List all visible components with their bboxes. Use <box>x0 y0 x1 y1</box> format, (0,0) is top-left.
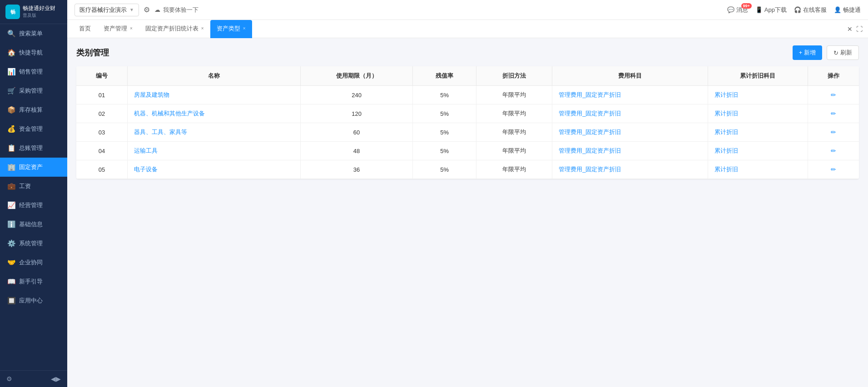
app-logo-text: 畅捷通好业财 普及版 <box>23 5 55 19</box>
page-header: 类别管理 + 新增 ↻ 刷新 <box>76 45 859 60</box>
cell-action-3[interactable]: ✏ <box>808 142 859 160</box>
cell-method-2: 年限平均 <box>476 123 552 142</box>
sidebar-item-fixed-assets[interactable]: 🏢 固定资产 <box>0 158 67 177</box>
chart-icon: 📊 <box>7 68 15 76</box>
edit-icon[interactable]: ✏ <box>831 147 836 154</box>
sidebar-item-basic-info[interactable]: ℹ️ 基础信息 <box>0 215 67 234</box>
box-icon: 📦 <box>7 106 15 114</box>
tab-asset-type[interactable]: 资产类型 × <box>210 20 252 38</box>
edit-icon[interactable]: ✏ <box>831 110 836 117</box>
sidebar-item-operations[interactable]: 📈 经营管理 <box>0 196 67 215</box>
apps-icon: 🔲 <box>7 297 15 305</box>
headset-icon: 🎧 <box>794 6 801 13</box>
cart-icon: 🛒 <box>7 87 15 95</box>
sidebar-item-inventory[interactable]: 📦 库存核算 <box>0 100 67 119</box>
cell-accum-4: 累计折旧 <box>708 160 808 179</box>
app-logo-icon: 畅 <box>5 5 20 19</box>
cell-residual-3: 5% <box>413 142 476 160</box>
user-avatar[interactable]: 👤 畅捷通 <box>834 6 861 14</box>
new-button[interactable]: + 新增 <box>793 45 822 60</box>
edit-icon[interactable]: ✏ <box>831 91 836 99</box>
tab-asset-mgmt[interactable]: 资产管理 × <box>97 20 139 38</box>
tab-depreciation-table[interactable]: 固定资产折旧统计表 × <box>139 20 210 38</box>
app-download-button[interactable]: 📱 App下载 <box>755 6 787 14</box>
experience-button[interactable]: ☁ 我要体验一下 <box>154 6 198 14</box>
sidebar-item-cooperation[interactable]: 🤝 企业协同 <box>0 253 67 272</box>
info-icon: ℹ️ <box>7 220 15 228</box>
cell-period-0: 240 <box>300 86 412 104</box>
cell-accum-1: 累计折旧 <box>708 104 808 123</box>
cell-period-3: 48 <box>300 142 412 160</box>
collapse-icon[interactable]: ◀▶ <box>51 375 61 382</box>
cell-expense-1: 管理费用_固定资产折旧 <box>552 104 708 123</box>
table-row: 03 器具、工具、家具等 60 5% 年限平均 管理费用_固定资产折旧 累计折旧… <box>76 123 859 142</box>
cell-period-2: 60 <box>300 123 412 142</box>
cell-code-4: 05 <box>76 160 127 179</box>
close-tab-asset-mgmt-icon[interactable]: × <box>130 26 133 31</box>
page-title: 类别管理 <box>76 47 109 58</box>
close-window-icon[interactable]: ✕ <box>847 25 853 33</box>
tab-home[interactable]: 首页 <box>73 20 97 38</box>
cloud-icon: ☁ <box>154 6 160 13</box>
home-icon: 🏠 <box>7 49 15 57</box>
edit-icon[interactable]: ✏ <box>831 166 836 173</box>
sidebar-item-capital[interactable]: 💰 资金管理 <box>0 119 67 139</box>
topbar-left: 医疗器械行业演示 ▼ ⚙ ☁ 我要体验一下 <box>74 4 198 16</box>
cell-expense-4: 管理费用_固定资产折旧 <box>552 160 708 179</box>
cell-residual-2: 5% <box>413 123 476 142</box>
col-header-name: 名称 <box>127 66 300 86</box>
refresh-button[interactable]: ↻ 刷新 <box>827 45 859 60</box>
cell-action-1[interactable]: ✏ <box>808 104 859 123</box>
page-content: 类别管理 + 新增 ↻ 刷新 编号 名称 使用期限（月） 残值率 <box>67 38 868 387</box>
table-body: 01 房屋及建筑物 240 5% 年限平均 管理费用_固定资产折旧 累计折旧 ✏… <box>76 86 859 179</box>
sidebar-logo: 畅 畅捷通好业财 普及版 <box>0 0 67 24</box>
col-header-action: 操作 <box>808 66 859 86</box>
cell-name-0[interactable]: 房屋及建筑物 <box>127 86 300 104</box>
sidebar-item-guide[interactable]: 📖 新手引导 <box>0 272 67 291</box>
sidebar-item-ledger[interactable]: 📋 总账管理 <box>0 139 67 158</box>
cell-name-4[interactable]: 电子设备 <box>127 160 300 179</box>
cell-code-2: 03 <box>76 123 127 142</box>
sidebar-item-system[interactable]: ⚙️ 系统管理 <box>0 234 67 253</box>
cell-action-4[interactable]: ✏ <box>808 160 859 179</box>
notifications-button[interactable]: 💬 消息 99+ <box>727 6 748 14</box>
settings-icon[interactable]: ⚙ <box>144 5 150 14</box>
cell-residual-1: 5% <box>413 104 476 123</box>
cell-code-0: 01 <box>76 86 127 104</box>
cell-name-2[interactable]: 器具、工具、家具等 <box>127 123 300 142</box>
building-icon: 🏢 <box>7 163 15 171</box>
sidebar-item-app-center[interactable]: 🔲 应用中心 <box>0 291 67 310</box>
cell-residual-0: 5% <box>413 86 476 104</box>
cell-period-4: 36 <box>300 160 412 179</box>
cell-expense-2: 管理费用_固定资产折旧 <box>552 123 708 142</box>
cell-method-3: 年限平均 <box>476 142 552 160</box>
edit-icon[interactable]: ✏ <box>831 129 836 136</box>
category-table: 编号 名称 使用期限（月） 残值率 折旧方法 费用科目 累计折旧科目 操作 01… <box>76 66 859 179</box>
selector-chevron-icon: ▼ <box>129 7 134 12</box>
cell-method-4: 年限平均 <box>476 160 552 179</box>
company-selector[interactable]: 医疗器械行业演示 ▼ <box>74 4 139 16</box>
notifications-badge: 99+ <box>741 3 752 9</box>
sidebar-item-search[interactable]: 🔍 搜索菜单 <box>0 24 67 43</box>
sidebar-item-quick-nav[interactable]: 🏠 快捷导航 <box>0 43 67 62</box>
cell-action-2[interactable]: ✏ <box>808 123 859 142</box>
cell-name-1[interactable]: 机器、机械和其他生产设备 <box>127 104 300 123</box>
cell-method-0: 年限平均 <box>476 86 552 104</box>
table-row: 02 机器、机械和其他生产设备 120 5% 年限平均 管理费用_固定资产折旧 … <box>76 104 859 123</box>
cell-name-3[interactable]: 运输工具 <box>127 142 300 160</box>
sidebar-footer: ⚙ ◀▶ <box>0 370 67 387</box>
close-tab-depreciation-icon[interactable]: × <box>201 26 204 31</box>
customer-service-button[interactable]: 🎧 在线客服 <box>794 6 827 14</box>
cell-period-1: 120 <box>300 104 412 123</box>
table-header-row: 编号 名称 使用期限（月） 残值率 折旧方法 费用科目 累计折旧科目 操作 <box>76 66 859 86</box>
sidebar-item-purchase[interactable]: 🛒 采购管理 <box>0 81 67 100</box>
cell-action-0[interactable]: ✏ <box>808 86 859 104</box>
sidebar-item-payroll[interactable]: 💼 工资 <box>0 177 67 196</box>
table-row: 04 运输工具 48 5% 年限平均 管理费用_固定资产折旧 累计折旧 ✏ <box>76 142 859 160</box>
col-header-method: 折旧方法 <box>476 66 552 86</box>
close-tab-asset-type-icon[interactable]: × <box>243 26 246 31</box>
settings-footer-icon[interactable]: ⚙ <box>6 375 12 382</box>
refresh-icon: ↻ <box>833 50 838 56</box>
sidebar-item-sales[interactable]: 📊 销售管理 <box>0 62 67 81</box>
expand-window-icon[interactable]: ⛶ <box>856 25 863 33</box>
